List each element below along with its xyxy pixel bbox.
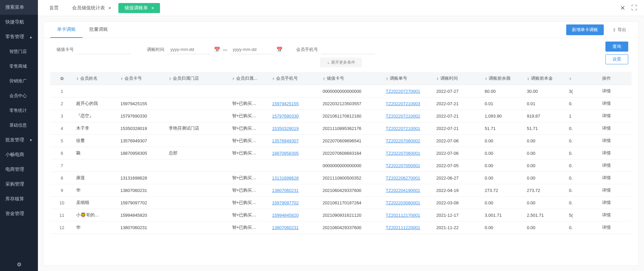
card-number-label: 储值卡号 bbox=[54, 47, 74, 53]
table-header[interactable]: ▲▼会员手机号 bbox=[269, 72, 320, 85]
member-phone-input[interactable] bbox=[321, 45, 375, 54]
expand-conditions-button[interactable]: ⌄ 展开更多条件 bbox=[320, 58, 362, 67]
new-single-adjust-button[interactable]: 新增单卡调账 bbox=[566, 24, 604, 35]
export-button[interactable]: ⇪ 导出 bbox=[607, 25, 632, 35]
sort-icon[interactable]: ▲▼ bbox=[232, 77, 235, 80]
fullscreen-icon[interactable]: ⛶ bbox=[631, 4, 637, 12]
order-link[interactable]: TZ202207050001 bbox=[386, 163, 420, 168]
close-icon[interactable]: ✕ bbox=[620, 4, 625, 12]
date-from-input[interactable] bbox=[168, 45, 211, 54]
order-link[interactable]: TZ202207270001 bbox=[386, 89, 420, 94]
table-header[interactable]: ▲▼调账前余额 bbox=[482, 72, 524, 85]
sort-icon[interactable]: ▲▼ bbox=[272, 77, 275, 80]
order-link[interactable]: TZ202204190001 bbox=[386, 188, 420, 193]
table-header[interactable]: ▲▼调账前本金 bbox=[524, 72, 567, 85]
cell-source: 智+已购买… bbox=[229, 197, 269, 209]
table-header[interactable]: ▲▼会员归属门店 bbox=[166, 72, 229, 85]
sort-icon[interactable]: ▲▼ bbox=[527, 77, 530, 80]
sidebar-sub-item[interactable]: 基础信息 bbox=[0, 118, 38, 133]
order-link[interactable]: TZ202112170001 bbox=[386, 213, 420, 218]
phone-link[interactable]: 13131698628 bbox=[272, 176, 299, 181]
table-header[interactable]: ▲▼会员卡号 bbox=[118, 72, 166, 85]
phone-link[interactable]: 15994845820 bbox=[272, 213, 299, 218]
phone-link[interactable]: 13807060231 bbox=[272, 188, 299, 193]
order-link[interactable]: TZ202206270001 bbox=[386, 176, 420, 181]
settings-button[interactable]: 设置 bbox=[605, 54, 628, 64]
sidebar-sub-item[interactable]: 零售统计 bbox=[0, 103, 38, 118]
table-header[interactable]: ▲▼储值卡号 bbox=[320, 72, 383, 85]
sidebar-sub-item[interactable]: 营销推广 bbox=[0, 74, 38, 88]
date-to-input[interactable] bbox=[230, 45, 274, 54]
detail-link[interactable]: 详情 bbox=[602, 212, 611, 217]
phone-link[interactable]: 13576949307 bbox=[272, 138, 299, 143]
phone-link[interactable]: 18870958305 bbox=[272, 151, 299, 156]
detail-link[interactable]: 详情 bbox=[602, 150, 611, 155]
order-link[interactable]: TZ202207210002 bbox=[386, 114, 420, 119]
sidebar-section[interactable]: 批发管理▼ bbox=[0, 133, 38, 147]
sidebar-sub-item[interactable]: 会员中心 bbox=[0, 88, 38, 103]
sidebar-quick-nav[interactable]: 快捷导航 bbox=[0, 15, 38, 29]
phone-link[interactable]: 15979425155 bbox=[272, 101, 299, 106]
page-tab[interactable]: 储值调账单× bbox=[118, 3, 160, 13]
detail-link[interactable]: 详情 bbox=[602, 113, 611, 118]
sort-icon[interactable]: ▲▼ bbox=[323, 77, 325, 80]
sort-icon[interactable]: ▲▼ bbox=[569, 77, 572, 80]
card-number-input[interactable] bbox=[77, 45, 131, 54]
phone-link[interactable]: 15797690330 bbox=[272, 114, 299, 119]
order-link[interactable]: TZ202207060001 bbox=[386, 151, 420, 156]
sort-icon[interactable]: ▲▼ bbox=[169, 77, 171, 80]
sidebar-section[interactable]: 库存核算 bbox=[0, 192, 38, 206]
table-header[interactable]: ▲▼ bbox=[566, 72, 581, 85]
inner-tab[interactable]: 单卡调账 bbox=[50, 22, 83, 38]
table-header[interactable]: ▲▼调账时间 bbox=[434, 72, 482, 85]
sidebar-search[interactable]: 搜索菜单 bbox=[0, 0, 38, 15]
tab-close-icon[interactable]: × bbox=[151, 5, 154, 11]
detail-link[interactable]: 详情 bbox=[602, 188, 611, 193]
detail-link[interactable]: 详情 bbox=[602, 126, 611, 131]
sidebar-sub-item[interactable]: 零售商城 bbox=[0, 59, 38, 74]
order-link[interactable]: TZ202111220001 bbox=[386, 225, 420, 230]
sort-icon[interactable]: ▲▼ bbox=[120, 77, 123, 80]
sort-icon[interactable]: ▲▼ bbox=[76, 77, 79, 80]
order-link[interactable]: TZ202207210003 bbox=[386, 101, 420, 106]
detail-link[interactable]: 详情 bbox=[602, 175, 611, 180]
calendar-icon[interactable]: 📅 bbox=[276, 47, 283, 53]
cell-order-no: TZ202203080001 bbox=[383, 197, 434, 209]
phone-link[interactable]: 15350328019 bbox=[272, 126, 299, 131]
sort-icon[interactable]: ▲▼ bbox=[386, 77, 388, 80]
detail-link[interactable]: 详情 bbox=[602, 138, 611, 143]
page-tab[interactable]: 会员储值统计表× bbox=[66, 3, 117, 13]
sort-icon[interactable]: ▲▼ bbox=[485, 77, 487, 80]
export-icon: ⇪ bbox=[612, 27, 616, 32]
tab-close-icon[interactable]: × bbox=[108, 5, 111, 11]
detail-link[interactable]: 详情 bbox=[602, 200, 611, 205]
phone-link[interactable]: 13807060231 bbox=[272, 225, 299, 230]
calendar-icon[interactable]: 📅 bbox=[214, 47, 220, 53]
sidebar-section[interactable]: 小畅电商 bbox=[0, 147, 38, 162]
cell-balance: 0.00 bbox=[482, 159, 524, 172]
sidebar-section[interactable]: 零售管理▲ bbox=[0, 29, 38, 44]
phone-link[interactable]: 15979097702 bbox=[272, 200, 299, 205]
detail-link[interactable]: 详情 bbox=[602, 163, 611, 168]
detail-link[interactable]: 详情 bbox=[602, 101, 611, 106]
query-button[interactable]: 查询 bbox=[605, 42, 628, 52]
sidebar-sub-item[interactable]: 智慧门店 bbox=[0, 44, 38, 59]
order-link[interactable]: TZ202207210001 bbox=[386, 126, 420, 131]
table-header[interactable]: ▲▼调账单号 bbox=[383, 72, 434, 85]
table-header[interactable]: ▲▼会员归属… bbox=[229, 72, 269, 85]
detail-link[interactable]: 详情 bbox=[602, 88, 611, 93]
sidebar-section[interactable]: 采购管理 bbox=[0, 177, 38, 192]
sort-icon[interactable]: ▲▼ bbox=[436, 77, 439, 80]
table-header[interactable]: ▲▼会员姓名 bbox=[73, 72, 118, 85]
page-tab[interactable]: 首页 bbox=[43, 3, 65, 13]
sidebar-settings[interactable]: ⚙ bbox=[0, 258, 38, 271]
chevron-down-icon: ⌄ bbox=[327, 60, 330, 65]
inner-tab[interactable]: 批量调账 bbox=[83, 22, 115, 38]
cell-phone bbox=[269, 85, 320, 97]
table-config-header[interactable]: ⚙ bbox=[50, 72, 73, 85]
order-link[interactable]: TZ202207060002 bbox=[386, 138, 420, 143]
sidebar-section[interactable]: 资金管理 bbox=[0, 206, 38, 221]
order-link[interactable]: TZ202203080001 bbox=[386, 200, 420, 205]
sidebar-section[interactable]: 电商管理 bbox=[0, 162, 38, 177]
detail-link[interactable]: 详情 bbox=[602, 225, 611, 230]
